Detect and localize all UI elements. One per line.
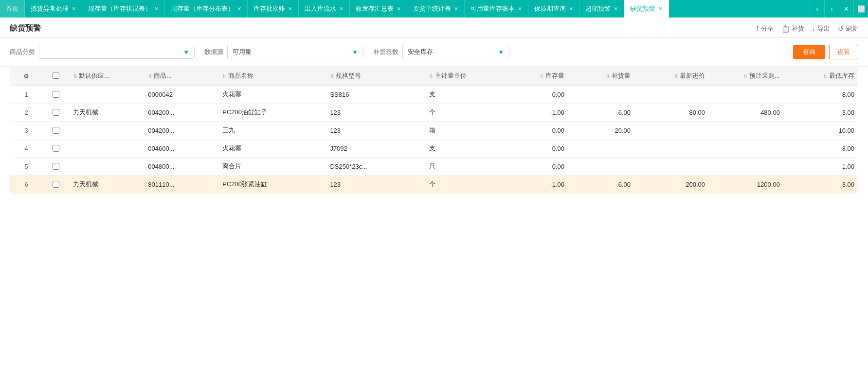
row-index: 6 [10, 176, 43, 194]
row-min-stock: 3.00 [784, 176, 858, 194]
row-supplier [69, 140, 144, 158]
refresh-button[interactable]: ↺ 刷新 [838, 24, 858, 33]
share-icon: ⤴ [756, 25, 759, 33]
window-close-btn[interactable]: ✕ [839, 0, 853, 18]
row-unit: 箱 [425, 122, 502, 140]
sort-icon: ⇅ [823, 73, 827, 79]
row-unit: 只 [425, 158, 502, 176]
row-replen [568, 86, 634, 104]
sort-icon: ⇅ [540, 73, 543, 79]
row-checkbox[interactable] [53, 127, 59, 134]
nav-controls: ‹ › ✕ ⬜ [810, 0, 868, 18]
close-tab-expiry[interactable]: ✕ [569, 6, 573, 12]
row-name: PC200油缸缸子 [218, 104, 326, 122]
share-button[interactable]: ⤴ 分享 [756, 24, 774, 33]
row-index: 5 [10, 158, 43, 176]
window-maximize-btn[interactable]: ⬜ [853, 0, 868, 18]
close-tab-stock-status[interactable]: ✕ [154, 6, 159, 12]
nav-tab-req-stat[interactable]: 要货单统计表 ✕ [407, 0, 465, 18]
row-spec: 123 [326, 104, 425, 122]
row-checkbox[interactable] [53, 163, 59, 170]
close-tab-overstock[interactable]: ✕ [614, 6, 618, 12]
row-min-stock: 8.00 [784, 140, 858, 158]
row-index: 4 [10, 140, 43, 158]
nav-tab-home[interactable]: 首页 [0, 0, 25, 18]
close-tab-req-stat[interactable]: ✕ [454, 6, 458, 12]
row-est-purchase [709, 86, 784, 104]
row-stock: 0.00 [502, 140, 568, 158]
th-min-stock: ⇅ 最低库存 [784, 67, 858, 86]
close-tab-shortage[interactable]: ✕ [658, 6, 663, 12]
th-unit: ⇅ 主计量单位 [425, 67, 502, 86]
row-latest-price [634, 158, 709, 176]
page-title: 缺货预警 [10, 23, 756, 34]
row-unit: 个 [425, 104, 502, 122]
row-est-purchase [709, 140, 784, 158]
row-checkbox[interactable] [53, 181, 59, 188]
nav-next-btn[interactable]: › [824, 0, 839, 18]
row-replen: 6.00 [568, 176, 634, 194]
row-code: 004200... [144, 104, 218, 122]
nav-tab-available-ledger[interactable]: 可用量库存账本 ✕ [465, 0, 528, 18]
close-tab-pick-anomaly[interactable]: ✕ [72, 6, 76, 12]
replen-basis-label: 补货基数 [373, 48, 398, 56]
nav-tab-io-flow[interactable]: 出入库流水 ✕ [299, 0, 350, 18]
nav-tab-pick-anomaly[interactable]: 拣货异常处理 ✕ [25, 0, 82, 18]
nav-tab-receipt-total[interactable]: 收发存汇总表 ✕ [350, 0, 407, 18]
nav-tab-stock-status[interactable]: 现存量（库存状况表） ✕ [82, 0, 165, 18]
th-stock: ⇅ 库存量 [502, 67, 568, 86]
replenish-button[interactable]: 📋 补货 [781, 24, 804, 33]
row-spec: 123 [326, 122, 425, 140]
row-supplier [69, 122, 144, 140]
row-stock: 0.00 [502, 86, 568, 104]
row-name: 三九 [218, 122, 326, 140]
settings-button[interactable]: 设置 [829, 45, 858, 59]
sort-icon: ⇅ [429, 73, 433, 79]
datasource-select[interactable]: 可用量 ▼ [227, 45, 363, 59]
export-button[interactable]: ↓ 导出 [812, 24, 830, 33]
query-button[interactable]: 查询 [793, 45, 825, 59]
row-replen [568, 140, 634, 158]
row-checkbox[interactable] [53, 145, 59, 152]
checkbox-all-th[interactable] [43, 67, 69, 86]
row-checkbox[interactable] [53, 91, 59, 98]
datasource-value: 可用量 [233, 48, 252, 56]
row-unit: 个 [425, 176, 502, 194]
category-select[interactable]: ▼ [39, 46, 195, 59]
category-label: 商品分类 [10, 48, 35, 56]
row-latest-price: 80.00 [634, 104, 709, 122]
close-tab-available-ledger[interactable]: ✕ [518, 6, 522, 12]
gear-settings-th[interactable]: ⚙ [10, 67, 43, 86]
nav-tab-stock-dist[interactable]: 现存量（库存分布表） ✕ [165, 0, 248, 18]
row-spec: 123 [326, 176, 425, 194]
nav-tab-shortage[interactable]: 缺货预警 ✕ [624, 0, 669, 18]
close-tab-io-flow[interactable]: ✕ [339, 6, 344, 12]
row-checkbox-cell [43, 122, 69, 140]
row-name: PC200张紧油缸 [218, 176, 326, 194]
replen-basis-select[interactable]: 安全库存 ▼ [402, 45, 509, 59]
row-min-stock: 3.00 [784, 104, 858, 122]
close-tab-batch-account[interactable]: ✕ [288, 6, 292, 12]
nav-tab-expiry[interactable]: 保质期查询 ✕ [528, 0, 579, 18]
close-tab-stock-dist[interactable]: ✕ [237, 6, 241, 12]
table-body: 1 0000042 火花塞 SS816 支 0.00 8.00 2 力天机械 0… [10, 86, 858, 194]
table-container: ⚙ ⇅ 默认供应... ⇅ 商品... ⇅ 商品名称 [0, 67, 868, 194]
close-tab-receipt-total[interactable]: ✕ [397, 6, 401, 12]
row-latest-price [634, 86, 709, 104]
nav-tab-batch-account[interactable]: 库存批次账 ✕ [248, 0, 299, 18]
row-code: 004200... [144, 122, 218, 140]
nav-prev-btn[interactable]: ‹ [810, 0, 824, 18]
replen-basis-value: 安全库存 [408, 48, 433, 56]
row-stock: -1.00 [502, 176, 568, 194]
sort-icon: ⇅ [148, 73, 152, 79]
select-all-checkbox[interactable] [53, 72, 59, 79]
table-row: 3 004200... 三九 123 箱 0.00 20.00 10.00 [10, 122, 858, 140]
row-index: 3 [10, 122, 43, 140]
filter-group-category: 商品分类 ▼ [10, 46, 195, 59]
nav-tab-overstock[interactable]: 超储预警 ✕ [579, 0, 624, 18]
row-code: 801110... [144, 176, 218, 194]
row-stock: 0.00 [502, 122, 568, 140]
row-checkbox[interactable] [53, 109, 59, 116]
row-spec: J7092 [326, 140, 425, 158]
th-latest-price: ⇅ 最新进价 [634, 67, 709, 86]
